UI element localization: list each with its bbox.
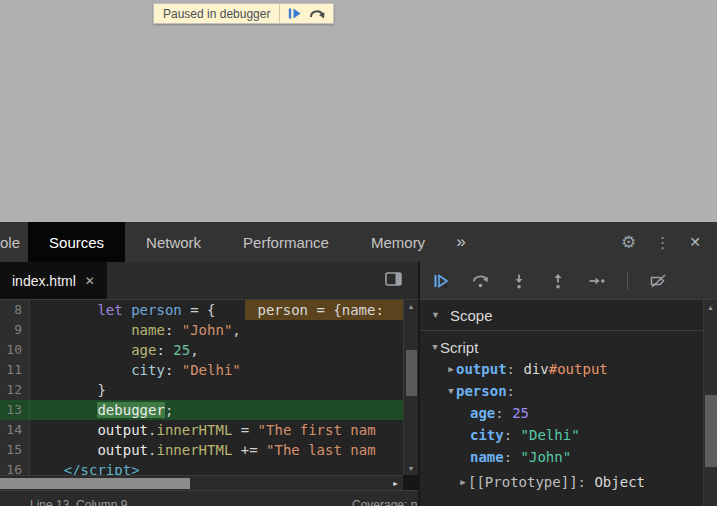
editor-vertical-scrollbar[interactable]: ▲ ▼ bbox=[403, 300, 418, 475]
resume-script-icon[interactable] bbox=[432, 272, 450, 290]
step-into-icon[interactable] bbox=[510, 272, 528, 290]
line-number[interactable]: 9 bbox=[0, 320, 30, 340]
code-editor[interactable]: 8 let person = {person = {name: 9 name: … bbox=[0, 300, 403, 475]
collapse-triangle-icon[interactable]: ▼ bbox=[430, 342, 440, 352]
code-text: name: "John", bbox=[30, 320, 403, 340]
file-tab-index-html[interactable]: index.html ✕ bbox=[0, 262, 107, 299]
code-line-15: 15 output.innerHTML += "The last nam bbox=[0, 440, 403, 460]
tab-console-partial[interactable]: ole bbox=[0, 222, 28, 262]
menu-dots-icon[interactable]: ⋮ bbox=[655, 235, 670, 250]
code-line-13-paused: 13 debugger; bbox=[0, 400, 403, 420]
tab-performance[interactable]: Performance bbox=[222, 222, 350, 262]
scroll-right-icon[interactable]: ► bbox=[392, 480, 399, 487]
step-icon[interactable] bbox=[588, 272, 606, 290]
step-out-icon[interactable] bbox=[549, 272, 567, 290]
coverage-label[interactable]: Coverage: n/a bbox=[352, 498, 418, 506]
scope-script-row[interactable]: ▼ Script bbox=[420, 336, 717, 358]
editor-horizontal-scrollbar[interactable]: ► bbox=[0, 475, 403, 490]
horizontal-scroll-thumb[interactable] bbox=[0, 478, 190, 489]
collapse-triangle-icon[interactable]: ▼ bbox=[446, 386, 456, 396]
file-tab-label: index.html bbox=[12, 273, 76, 289]
code-text: city: "Delhi" bbox=[30, 360, 403, 380]
scope-tree: ▼ Script ▶ output: div#output ▼ person: … bbox=[420, 331, 717, 493]
line-number[interactable]: 16 bbox=[0, 460, 30, 475]
banner-step-over-icon[interactable] bbox=[309, 7, 325, 20]
inline-value-hint: person = {name: bbox=[245, 300, 403, 320]
line-number[interactable]: 12 bbox=[0, 380, 30, 400]
paused-banner: Paused in debugger bbox=[153, 3, 334, 24]
toggle-sidebar-icon[interactable] bbox=[385, 272, 402, 290]
scope-title: Scope bbox=[450, 307, 493, 324]
scope-age-row[interactable]: age: 25 bbox=[420, 402, 717, 424]
scope-name-row[interactable]: name: "John" bbox=[420, 446, 717, 468]
step-over-icon[interactable] bbox=[471, 272, 489, 290]
scope-output-row[interactable]: ▶ output: div#output bbox=[420, 358, 717, 380]
devtools-close-icon[interactable]: ✕ bbox=[689, 235, 701, 249]
scroll-up-icon[interactable]: ▲ bbox=[404, 303, 418, 310]
code-line-9: 9 name: "John", bbox=[0, 320, 403, 340]
scroll-up-icon[interactable]: ▲ bbox=[704, 304, 717, 311]
code-text: output.innerHTML += "The last nam bbox=[30, 440, 403, 460]
devtools-tab-bar: ole Sources Network Performance Memory »… bbox=[0, 222, 717, 262]
code-text: output.innerHTML = "The first nam bbox=[30, 420, 403, 440]
code-text: } bbox=[30, 380, 403, 400]
scroll-down-icon[interactable]: ▼ bbox=[404, 465, 418, 472]
debugger-toolbar bbox=[418, 262, 717, 300]
code-text: let person = {person = {name: bbox=[30, 300, 403, 320]
vertical-scroll-thumb[interactable] bbox=[406, 350, 417, 396]
code-line-14: 14 output.innerHTML = "The first nam bbox=[0, 420, 403, 440]
paused-banner-label: Paused in debugger bbox=[154, 4, 279, 23]
collapse-triangle-icon[interactable]: ▼ bbox=[431, 310, 441, 320]
code-line-10: 10 age: 25, bbox=[0, 340, 403, 360]
expand-triangle-icon[interactable]: ▶ bbox=[458, 477, 468, 487]
sidebar-scroll-thumb[interactable] bbox=[705, 395, 717, 467]
banner-resume-icon[interactable] bbox=[288, 7, 301, 20]
code-line-16: 16 </script> bbox=[0, 460, 403, 475]
line-number[interactable]: 15 bbox=[0, 440, 30, 460]
editor-toolbar-row: index.html ✕ bbox=[0, 262, 717, 300]
more-tabs-icon[interactable]: » bbox=[446, 222, 475, 262]
line-number[interactable]: 14 bbox=[0, 420, 30, 440]
settings-gear-icon[interactable]: ⚙ bbox=[621, 234, 636, 251]
devtools-panel: ole Sources Network Performance Memory »… bbox=[0, 222, 717, 506]
deactivate-breakpoints-icon[interactable] bbox=[649, 272, 667, 290]
tab-sources[interactable]: Sources bbox=[28, 222, 125, 262]
line-number[interactable]: 11 bbox=[0, 360, 30, 380]
scope-prototype-row[interactable]: ▶ [[Prototype]]: Object bbox=[420, 471, 717, 493]
tab-memory[interactable]: Memory bbox=[350, 222, 446, 262]
expand-triangle-icon[interactable]: ▶ bbox=[446, 364, 456, 374]
debugger-keyword: debugger bbox=[97, 402, 164, 418]
code-line-12: 12 } bbox=[0, 380, 403, 400]
code-line-11: 11 city: "Delhi" bbox=[0, 360, 403, 380]
sidebar-scrollbar[interactable]: ▲ bbox=[703, 300, 717, 506]
line-number[interactable]: 8 bbox=[0, 300, 30, 320]
file-tab-bar: index.html ✕ bbox=[0, 262, 418, 300]
code-text: </script> bbox=[30, 460, 403, 475]
file-tab-close-icon[interactable]: ✕ bbox=[85, 274, 95, 288]
editor-status-bar: Line 13, Column 9 Coverage: n/a bbox=[0, 490, 418, 506]
scope-section-header[interactable]: ▼ Scope bbox=[420, 300, 717, 331]
code-text: age: 25, bbox=[30, 340, 403, 360]
scope-person-row[interactable]: ▼ person: bbox=[420, 380, 717, 402]
toolbar-separator bbox=[627, 272, 628, 290]
debugger-sidebar: ▼ Scope ▼ Script ▶ output: div#output ▼ … bbox=[420, 300, 717, 506]
cursor-position-label: Line 13, Column 9 bbox=[30, 498, 127, 506]
line-number[interactable]: 10 bbox=[0, 340, 30, 360]
code-line-8: 8 let person = {person = {name: bbox=[0, 300, 403, 320]
tab-network[interactable]: Network bbox=[125, 222, 222, 262]
line-number[interactable]: 13 bbox=[0, 400, 30, 420]
scope-city-row[interactable]: city: "Delhi" bbox=[420, 424, 717, 446]
code-text: debugger; bbox=[30, 400, 403, 420]
scrollbar-corner bbox=[403, 475, 418, 490]
